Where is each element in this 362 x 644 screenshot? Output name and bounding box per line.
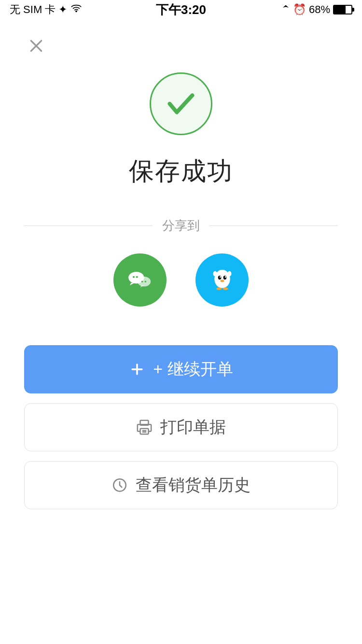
print-label: 打印单据: [160, 416, 226, 438]
success-circle: [150, 72, 212, 135]
share-icons-group: [113, 253, 249, 307]
status-right: ⏰ 68%: [281, 3, 352, 16]
content-area: 保存成功 分享到: [0, 63, 362, 644]
sim-status: 无 SIM 卡 ✦: [10, 2, 67, 17]
divider-line-right: [209, 225, 338, 226]
status-time: 下午3:20: [156, 1, 206, 18]
status-bar: 无 SIM 卡 ✦ 下午3:20 ⏰ 68%: [0, 0, 362, 19]
svg-point-5: [132, 276, 134, 278]
success-title: 保存成功: [129, 154, 233, 188]
svg-rect-25: [140, 429, 149, 434]
share-divider: 分享到: [24, 217, 338, 234]
svg-point-18: [216, 287, 222, 290]
continue-button[interactable]: + 继续开单: [24, 345, 338, 393]
svg-marker-9: [129, 282, 134, 285]
alarm-icon: ⏰: [293, 3, 306, 16]
clock-icon: [111, 477, 128, 493]
svg-point-17: [220, 280, 224, 282]
svg-point-21: [227, 271, 231, 276]
divider-line-left: [24, 225, 153, 226]
continue-label: + 继续开单: [153, 358, 233, 380]
svg-point-4: [138, 277, 151, 286]
qq-share-button[interactable]: [195, 253, 249, 307]
wechat-icon: [125, 265, 156, 296]
share-label: 分享到: [162, 217, 200, 234]
status-left: 无 SIM 卡 ✦: [10, 2, 82, 17]
battery-percent: 68%: [309, 3, 330, 16]
wechat-share-button[interactable]: [113, 253, 167, 307]
close-button[interactable]: [24, 34, 48, 58]
svg-point-19: [223, 287, 228, 290]
svg-point-7: [141, 280, 143, 282]
qq-icon: [207, 265, 238, 296]
svg-point-6: [136, 276, 138, 278]
svg-point-15: [220, 276, 221, 278]
svg-point-8: [144, 280, 146, 282]
plus-icon: [129, 361, 145, 378]
close-button-area: [0, 19, 362, 63]
print-button[interactable]: 打印单据: [24, 403, 338, 451]
battery-icon: [333, 5, 352, 14]
svg-point-14: [223, 276, 226, 280]
history-label: 查看销货单历史: [136, 474, 251, 496]
svg-point-16: [224, 276, 226, 278]
history-button[interactable]: 查看销货单历史: [24, 461, 338, 509]
svg-point-0: [76, 11, 77, 12]
checkmark-icon: [164, 87, 198, 121]
action-buttons: + 继续开单 打印单据 查看销货单历史: [24, 345, 338, 509]
wifi-icon: [71, 3, 82, 16]
svg-point-20: [213, 271, 217, 276]
location-icon: [281, 3, 290, 16]
printer-icon: [136, 419, 153, 435]
svg-point-13: [218, 276, 221, 280]
